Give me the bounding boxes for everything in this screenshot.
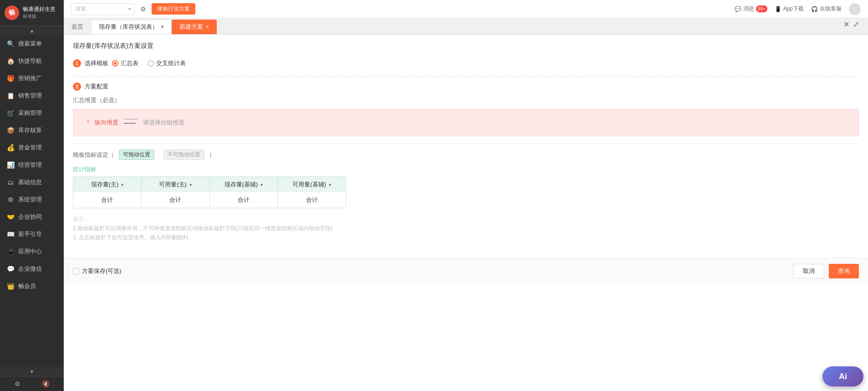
sidebar-item-system[interactable]: ⚙ 系统管理: [0, 191, 64, 208]
user-avatar[interactable]: [849, 3, 861, 15]
tab-inventory-close[interactable]: ×: [161, 24, 164, 30]
tab-inventory-status[interactable]: 现存量（库存状况表） ×: [91, 20, 172, 34]
step2-section: 2 方案配置 汇总维度（必选） * 纵向维度 —— 请选择分组维度: [73, 82, 859, 242]
sidebar-label-app-center: 应用中心: [18, 247, 42, 256]
enterprise-wx-icon: 💬: [6, 265, 15, 273]
trial-button[interactable]: 体验行业方案: [152, 3, 195, 15]
sidebar-label-quick-nav: 快捷导航: [18, 57, 42, 65]
sidebar-item-sales[interactable]: 📋 销售管理: [0, 87, 64, 104]
ai-bubble[interactable]: Ai: [822, 366, 863, 386]
sales-icon: 📋: [6, 92, 15, 100]
dimension-placeholder[interactable]: 请选择分组维度: [143, 118, 184, 127]
indicator-settings-label: 模板指标设定（: [73, 151, 114, 159]
stats-col-label-2: 现存量(基辅): [225, 180, 258, 189]
sidebar-label-marketing: 营销推广: [18, 74, 42, 82]
main-area: 搜索 ▾ ⚙ 体验行业方案 💬 消息 99+ 📱 App下载 🎧 在线客服: [64, 0, 868, 391]
tab-home-label: 首页: [71, 23, 83, 31]
sidebar-item-finance[interactable]: 💰 资金管理: [0, 139, 64, 156]
stats-col-label-3: 可用量(基辅): [292, 180, 326, 189]
cancel-button[interactable]: 取消: [793, 264, 824, 278]
tab-home[interactable]: 首页: [64, 20, 91, 34]
system-icon: ⚙: [6, 196, 15, 204]
stats-col-3[interactable]: 可用量(基辅) ▾: [278, 177, 346, 192]
step-divider: [73, 77, 859, 77]
sidebar-item-purchase[interactable]: 🛒 采购管理: [0, 104, 64, 122]
sidebar-item-new-guide[interactable]: 📖 新手引导: [0, 226, 64, 243]
expand-window-icon[interactable]: ⤢: [853, 20, 859, 29]
headset-icon: 🎧: [811, 6, 818, 12]
step1-section: 1 选择模板 汇总表 交叉统计表: [73, 59, 859, 67]
dimension-required-mark: *: [87, 119, 89, 126]
indicator-divider: [73, 144, 859, 144]
sidebar-item-search-menu[interactable]: 🔍 搜索菜单: [0, 35, 64, 52]
sidebar-item-quick-nav[interactable]: 🏠 快捷导航: [0, 52, 64, 70]
step1-title: 选择模板: [85, 59, 108, 67]
search-menu-icon: 🔍: [6, 40, 15, 48]
radio-cross[interactable]: 交叉统计表: [148, 59, 186, 67]
top-header: 搜索 ▾ ⚙ 体验行业方案 💬 消息 99+ 📱 App下载 🎧 在线客服: [64, 0, 868, 18]
sidebar-label-system: 系统管理: [18, 196, 42, 204]
stats-col-arrow-0[interactable]: ▾: [121, 182, 123, 187]
stats-col-label-0: 现存量(主): [91, 180, 119, 189]
sidebar-scroll-up[interactable]: ▲: [0, 26, 64, 35]
app-name: 畅康通好生意: [23, 6, 56, 13]
sidebar-item-member[interactable]: 👑 畅会员: [0, 278, 64, 295]
sidebar-item-app-center[interactable]: 📱 应用中心: [0, 243, 64, 260]
settings-bottom-icon[interactable]: ⚙: [15, 380, 20, 387]
stats-body-col-2: 合计: [210, 192, 278, 208]
finance-icon: 💰: [6, 144, 15, 152]
tab-inventory-label: 现存量（库存状况表）: [99, 23, 158, 31]
stats-col-1[interactable]: 可用量(主) ▾: [142, 177, 210, 192]
tab-new-plan-close[interactable]: ×: [206, 24, 209, 30]
sidebar-scroll-down[interactable]: ▼: [0, 367, 64, 376]
sidebar-label-operations: 经营管理: [18, 161, 42, 169]
sidebar-label-search-menu: 搜索菜单: [18, 40, 42, 48]
save-label: 方案保存(可选): [82, 267, 122, 275]
messages-action[interactable]: 💬 消息 99+: [735, 5, 767, 13]
dimension-box: * 纵向维度 —— 请选择分组维度: [73, 109, 859, 136]
messages-label: 消息: [743, 5, 754, 13]
query-button[interactable]: 查询: [829, 264, 859, 278]
radio-cross-label: 交叉统计表: [156, 59, 186, 67]
header-right: 💬 消息 99+ 📱 App下载 🎧 在线客服: [735, 3, 861, 15]
mute-bottom-icon[interactable]: 🔇: [42, 380, 50, 387]
app-center-icon: 📱: [6, 247, 15, 256]
search-box[interactable]: 搜索 ▾: [71, 3, 135, 15]
dimension-separator: ——: [124, 119, 138, 126]
delete-col-link[interactable]: 删除列: [172, 234, 188, 241]
header-left: 搜索 ▾ ⚙ 体验行业方案: [71, 3, 195, 15]
footer-buttons: 取消 查询: [793, 264, 859, 278]
stats-col-2[interactable]: 现存量(基辅) ▾: [210, 177, 278, 192]
radio-summary[interactable]: 汇总表: [112, 59, 138, 67]
content-inner: 现存量(库存状况表)方案设置 1 选择模板 汇总表 交叉统计表: [64, 35, 868, 258]
stats-col-arrow-3[interactable]: ▾: [329, 182, 331, 187]
stats-col-arrow-2[interactable]: ▾: [260, 182, 263, 187]
sidebar-item-enterprise[interactable]: 🤝 企业协同: [0, 208, 64, 226]
stats-col-arrow-1[interactable]: ▾: [189, 182, 192, 187]
stats-body-col-0: 合计: [73, 192, 142, 208]
search-dropdown-arrow[interactable]: ▾: [128, 6, 131, 11]
app-download-label: App下载: [783, 5, 804, 13]
sidebar-logo: 畅 畅康通好生意 标准版: [0, 0, 64, 26]
app-download-icon: 📱: [775, 6, 781, 12]
sidebar-item-enterprise-wx[interactable]: 💬 企业微信: [0, 260, 64, 278]
online-service-action[interactable]: 🎧 在线客服: [811, 5, 842, 13]
tips-item-2: 2. 点击标题栏下拉可设置排序、插入列和删除列: [73, 234, 859, 242]
sidebar-item-basic-info[interactable]: 🗂 基础信息: [0, 174, 64, 191]
template-options: 汇总表 交叉统计表: [112, 59, 186, 67]
close-window-icon[interactable]: ✕: [843, 20, 849, 29]
gear-icon[interactable]: ⚙: [140, 5, 146, 13]
radio-dot-cross: [148, 60, 154, 67]
stats-col-0[interactable]: 现存量(主) ▾: [73, 177, 142, 192]
window-controls: ✕ ⤢: [843, 20, 859, 29]
sidebar-item-inventory[interactable]: 📦 库存核算: [0, 122, 64, 139]
fixed-badge: 不可拖动位置: [163, 149, 204, 160]
sidebar-item-operations[interactable]: 📊 经营管理: [0, 156, 64, 174]
save-checkbox[interactable]: [73, 268, 79, 274]
sidebar-label-finance: 资金管理: [18, 144, 42, 152]
insert-col-link[interactable]: 插入列: [150, 234, 166, 241]
app-download-action[interactable]: 📱 App下载: [775, 5, 804, 13]
sidebar-label-basic-info: 基础信息: [18, 178, 42, 186]
sidebar-item-marketing[interactable]: 🎁 营销推广: [0, 70, 64, 87]
tab-new-plan[interactable]: 新建方案 ×: [172, 20, 217, 34]
